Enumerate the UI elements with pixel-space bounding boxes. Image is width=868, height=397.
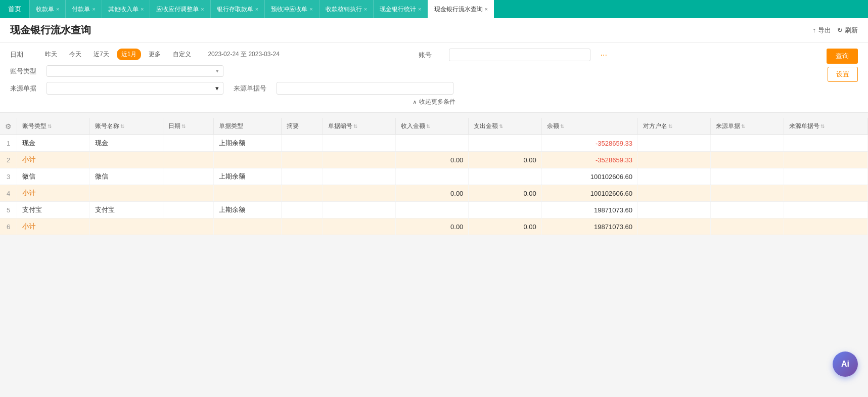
cell-doc-type: 上期余额 <box>214 135 281 152</box>
nav-tab-shoukuanhexiao[interactable]: 收款核销执行 × <box>319 0 373 18</box>
date-btn-1month[interactable]: 近1月 <box>117 49 142 60</box>
nav-tab-fukuandan[interactable]: 付款单 × <box>65 0 101 18</box>
close-icon[interactable]: × <box>92 6 95 12</box>
cell-summary <box>281 218 323 235</box>
date-btn-7days[interactable]: 近7天 <box>89 49 114 60</box>
row-number: 6 <box>0 218 17 235</box>
source-doc-number-input[interactable] <box>277 82 453 95</box>
close-icon[interactable]: × <box>309 6 312 12</box>
nav-tab-shoukuandan[interactable]: 收款单 × <box>29 0 65 18</box>
close-icon[interactable]: × <box>141 6 144 12</box>
nav-tab-xianjinyinhang[interactable]: 现金银行统计 × <box>373 0 427 18</box>
source-doc-number-label: 来源单据号 <box>234 84 266 93</box>
table-row: 5 支付宝 支付宝 上期余额 19871073.60 <box>0 202 868 218</box>
close-icon[interactable]: × <box>418 6 421 12</box>
chevron-down-icon: ▾ <box>216 68 219 74</box>
close-icon[interactable]: × <box>485 6 488 12</box>
account-browse-icon[interactable]: ··· <box>601 51 607 60</box>
cell-source-doc <box>711 168 784 185</box>
cell-source-doc <box>711 185 784 202</box>
col-balance[interactable]: 余额⇅ <box>541 118 637 135</box>
date-range-display: 2023-02-24 至 2023-03-24 <box>208 50 279 59</box>
cell-account-name: 微信 <box>90 168 163 185</box>
nav-tab-qitashouruden[interactable]: 其他收入单 × <box>102 0 150 18</box>
cell-account-name: 现金 <box>90 135 163 152</box>
refresh-icon: ↻ <box>837 26 843 34</box>
col-doc-number[interactable]: 单据编号⇅ <box>323 118 395 135</box>
cell-source-doc-number <box>784 135 867 152</box>
cell-expense <box>469 168 541 185</box>
filter-area: 日期 昨天 今天 近7天 近1月 更多 自定义 2023-02-24 至 202… <box>0 42 868 113</box>
row-number: 3 <box>0 168 17 185</box>
header-actions: ↑ 导出 ↻ 刷新 <box>813 26 858 35</box>
page-header: 现金银行流水查询 ↑ 导出 ↻ 刷新 <box>0 18 868 42</box>
collapse-bar[interactable]: ∧ 收起更多条件 <box>10 95 858 106</box>
close-icon[interactable]: × <box>201 6 204 12</box>
account-label: 账号 <box>419 51 439 60</box>
nav-tab-yinhangcunqu[interactable]: 银行存取款单 × <box>210 0 264 18</box>
query-button[interactable]: 查询 <box>827 49 858 64</box>
col-source-doc-number[interactable]: 来源单据号⇅ <box>784 118 867 135</box>
col-settings[interactable]: ⚙ <box>0 118 17 135</box>
refresh-button[interactable]: ↻ 刷新 <box>837 26 858 35</box>
cell-account-type: 微信 <box>17 168 90 185</box>
nav-home[interactable]: 首页 <box>0 0 29 18</box>
cell-summary <box>281 185 323 202</box>
col-account-name[interactable]: 账号名称⇅ <box>90 118 163 135</box>
nav-tab-liushui[interactable]: 现金银行流水查询 × <box>428 0 494 18</box>
col-doc-type[interactable]: 单据类型 <box>214 118 281 135</box>
col-counterpart[interactable]: 对方户名⇅ <box>637 118 710 135</box>
cell-doc-type <box>214 152 281 168</box>
cell-source-doc <box>711 135 784 152</box>
cell-expense: 0.00 <box>469 185 541 202</box>
close-icon[interactable]: × <box>364 6 367 12</box>
cell-balance: 19871073.60 <box>541 218 637 235</box>
col-expense[interactable]: 支出金额⇅ <box>469 118 541 135</box>
nav-tab-yingshouyingfu[interactable]: 应收应付调整单 × <box>150 0 210 18</box>
cell-date <box>163 185 213 202</box>
row-number: 2 <box>0 152 17 168</box>
cell-income: 0.00 <box>396 185 469 202</box>
cell-account-name <box>90 152 163 168</box>
cell-doc-number <box>323 202 395 218</box>
col-date[interactable]: 日期⇅ <box>163 118 213 135</box>
date-btn-more[interactable]: 更多 <box>144 49 165 60</box>
source-doc-select[interactable]: ▾ <box>47 82 223 95</box>
close-icon[interactable]: × <box>255 6 258 12</box>
col-source-doc[interactable]: 来源单据⇅ <box>711 118 784 135</box>
cell-account-name <box>90 185 163 202</box>
col-income[interactable]: 收入金额⇅ <box>396 118 469 135</box>
cell-date <box>163 152 213 168</box>
account-type-label: 账号类型 <box>10 67 36 76</box>
cell-counterpart <box>637 202 710 218</box>
cell-doc-type <box>214 185 281 202</box>
cell-counterpart <box>637 152 710 168</box>
source-filter-row: 来源单据 ▾ 来源单据号 <box>10 82 858 95</box>
account-input[interactable] <box>449 49 590 61</box>
collapse-up-icon: ∧ <box>413 99 417 106</box>
nav-tab-yushou[interactable]: 预收冲应收单 × <box>264 0 318 18</box>
cell-account-type: 小计 <box>17 185 90 202</box>
settings-icon[interactable]: ⚙ <box>5 122 12 130</box>
table-row: 2 小计 0.00 0.00 -3528659.33 <box>0 152 868 168</box>
table-header-row: ⚙ 账号类型⇅ 账号名称⇅ 日期⇅ 单据类型 摘要 单据编号⇅ 收入金额⇅ 支出… <box>0 118 868 135</box>
settings-button[interactable]: 设置 <box>828 67 858 82</box>
close-icon[interactable]: × <box>56 6 59 12</box>
account-type-select[interactable]: ▾ <box>47 65 223 77</box>
chevron-down-icon: ▾ <box>215 84 219 92</box>
export-button[interactable]: ↑ 导出 <box>813 26 832 35</box>
date-btn-custom[interactable]: 自定义 <box>168 49 196 60</box>
date-btn-today[interactable]: 今天 <box>65 49 86 60</box>
col-account-type[interactable]: 账号类型⇅ <box>17 118 90 135</box>
cell-source-doc <box>711 152 784 168</box>
row-number: 5 <box>0 202 17 218</box>
cell-source-doc-number <box>784 202 867 218</box>
cell-doc-type: 上期余额 <box>214 202 281 218</box>
cell-counterpart <box>637 185 710 202</box>
cell-income: 0.00 <box>396 218 469 235</box>
col-summary[interactable]: 摘要 <box>281 118 323 135</box>
cell-expense: 0.00 <box>469 152 541 168</box>
date-btn-yesterday[interactable]: 昨天 <box>40 49 62 60</box>
row-number: 1 <box>0 135 17 152</box>
account-type-filter-row: 账号类型 ▾ <box>10 65 408 77</box>
